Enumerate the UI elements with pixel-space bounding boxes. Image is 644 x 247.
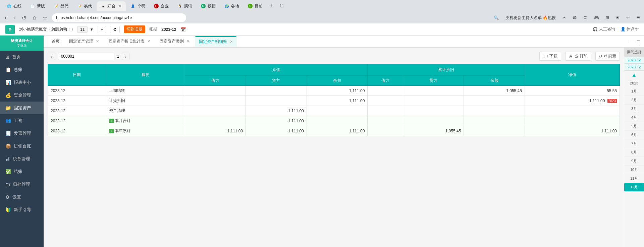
company-selector[interactable]: 刘小艳演示账套（勿删勿动！） 11 ▼ xyxy=(19,26,94,33)
row-orig-credit: 1,111.00 xyxy=(246,106,307,116)
sidebar-item-settle[interactable]: ✅ 结账 xyxy=(0,165,44,178)
subtotal-icon: + xyxy=(109,119,114,123)
calendar-icon[interactable]: 📅 xyxy=(180,27,186,32)
row-orig-credit: 1,111.00 xyxy=(246,126,307,136)
logo-sub: 专业版 xyxy=(3,43,41,48)
tab-yidai2[interactable]: 📝 易代 xyxy=(73,1,96,11)
settle-icon: ✅ xyxy=(5,169,11,174)
month-11[interactable]: 11月 xyxy=(624,174,644,183)
page-tabs: 首页 固定资产管理 ✕ 固定资产折旧统计表 ✕ 固定资产类别 ✕ 固定资产明细账… xyxy=(44,36,644,48)
tab-favicon: 📝 xyxy=(77,4,82,8)
tab-haokuai[interactable]: ☁ 好会 ✕ xyxy=(97,1,126,11)
minimize-tab-btn[interactable]: — xyxy=(630,39,635,44)
row-summary: 上期结转 xyxy=(106,86,185,96)
tab-tencent[interactable]: 🐧 腾讯 xyxy=(173,1,196,11)
menu-icon[interactable]: ☰ xyxy=(635,15,641,21)
sidebar-item-tax[interactable]: 🖨 税务管理 xyxy=(0,152,44,165)
tab-changjie[interactable]: M 畅捷 xyxy=(197,1,220,11)
sidebar-item-fixed[interactable]: 📁 固定资产 xyxy=(0,102,44,114)
tab-fixed-depreciation[interactable]: 固定资产折旧统计表 ✕ xyxy=(104,37,154,46)
user-btn[interactable]: 👤 徐译华 xyxy=(621,26,639,32)
sidebar-item-ledger[interactable]: 📋 总账 xyxy=(0,63,44,76)
month-10[interactable]: 10月 xyxy=(624,166,644,174)
help-btn[interactable]: 🎧 人工咨询 xyxy=(593,26,615,32)
sidebar-item-archive[interactable]: 🗃 归档管理 xyxy=(0,178,44,191)
table-row: 2023-12 + 本年累计 1,111.00 1,111.00 1,111.0… xyxy=(48,126,620,136)
month-12[interactable]: 12月 xyxy=(624,183,644,192)
tab-close-fixed-mgmt[interactable]: ✕ xyxy=(96,39,99,44)
tab-close-category[interactable]: ✕ xyxy=(186,39,190,44)
download-btn[interactable]: ↓ ↓ 下载 xyxy=(539,52,561,61)
translate-icon[interactable]: 译 xyxy=(571,14,578,21)
month-4[interactable]: 4月 xyxy=(624,113,644,122)
new-tab-button[interactable]: + xyxy=(267,3,276,10)
address-input[interactable] xyxy=(52,13,186,22)
tab-new[interactable]: 📄 新版 xyxy=(26,1,49,11)
switch-version-btn[interactable]: 切到旧版 xyxy=(124,25,145,33)
tab-close-depreciation[interactable]: ✕ xyxy=(147,39,150,44)
tab-home[interactable]: 首页 xyxy=(48,37,64,46)
month-1[interactable]: 1月 xyxy=(624,87,644,96)
settings-icon-btn[interactable]: ⚙ xyxy=(110,26,120,33)
tab-fixed-detail[interactable]: 固定资产明细账 ✕ xyxy=(195,36,237,47)
period-selected-start[interactable]: 2023.12 xyxy=(624,57,644,64)
sidebar-item-guide[interactable]: 🔰 新手引导 xyxy=(0,203,44,216)
tab-muqian[interactable]: S 目前 xyxy=(244,1,267,11)
refresh-button[interactable]: ↺ xyxy=(20,14,28,22)
table-row: 2023-12 计提折旧 1,111.00 1,111.00 xyxy=(48,96,620,106)
month-3[interactable]: 3月 xyxy=(624,105,644,113)
tab-close-icon[interactable]: ✕ xyxy=(119,4,122,8)
undo-icon[interactable]: ↩ xyxy=(625,15,631,21)
month-6[interactable]: 6月 xyxy=(624,131,644,139)
sidebar-item-invoice[interactable]: 🧾 发票管理 xyxy=(0,127,44,140)
prev-account-btn[interactable]: ‹ xyxy=(48,53,55,60)
header-original: 原值 xyxy=(185,64,368,76)
refresh-ledger-btn[interactable]: ↺ ↺ 刷新 xyxy=(595,52,620,61)
fixed-icon: 📁 xyxy=(5,105,11,111)
sidebar-item-settings[interactable]: ⚙ 设置 xyxy=(0,191,44,203)
next-account-btn[interactable]: › xyxy=(122,53,129,60)
sidebar-item-payroll[interactable]: 👥 工资 xyxy=(0,114,44,127)
tab-close-detail[interactable]: ✕ xyxy=(230,40,233,44)
grid-icon[interactable]: ⊞ xyxy=(604,15,610,21)
row-summary: 计提折旧 xyxy=(106,96,185,106)
row-accum-debit xyxy=(368,116,403,126)
table-row: 2023-12 资产清理 1,111.00 xyxy=(48,106,620,116)
maximize-tab-btn[interactable]: □ xyxy=(637,39,640,44)
print-btn[interactable]: 🖨 🖨 打印 xyxy=(565,52,591,61)
sidebar-item-report[interactable]: 📊 报表中心 xyxy=(0,76,44,89)
month-8[interactable]: 8月 xyxy=(624,148,644,157)
tab-fixed-category[interactable]: 固定资产类别 ✕ xyxy=(156,37,194,46)
sun-icon[interactable]: ☀ xyxy=(614,15,621,21)
tab-gedi[interactable]: 🌍 各地 xyxy=(220,1,243,11)
content-area: ‹ 1 › ↓ ↓ 下载 🖨 🖨 打印 xyxy=(44,48,644,247)
forward-button[interactable]: › xyxy=(11,14,17,21)
row-net: 1,111.00 2023 xyxy=(525,96,620,106)
bookmark-button[interactable]: ☆ xyxy=(41,14,49,22)
back-button[interactable]: ‹ xyxy=(3,14,8,21)
scroll-up-btn[interactable]: ▲ xyxy=(624,71,644,79)
sidebar-item-home[interactable]: ⊞ 首页 xyxy=(0,51,44,63)
row-summary: + 本年累计 xyxy=(106,126,185,136)
month-2[interactable]: 2月 xyxy=(624,96,644,105)
add-company-button[interactable]: + xyxy=(98,26,106,33)
tab-favicon: 📄 xyxy=(30,4,35,8)
cut-icon[interactable]: ✂ xyxy=(561,15,567,21)
period-selected-end[interactable]: 2023.12 xyxy=(624,64,644,71)
month-9[interactable]: 9月 xyxy=(624,157,644,166)
account-code-input[interactable] xyxy=(58,53,114,60)
game-icon[interactable]: 🎮 xyxy=(593,15,600,21)
sidebar-item-fund[interactable]: 💰 资金管理 xyxy=(0,89,44,102)
year-badge: 2023 xyxy=(607,99,617,103)
home-button[interactable]: ⌂ xyxy=(31,14,38,21)
tab-fixed-mgmt[interactable]: 固定资产管理 ✕ xyxy=(65,37,103,46)
tab-qiye[interactable]: C 企业 xyxy=(150,1,173,11)
sidebar-item-purchase[interactable]: 📦 进销台账 xyxy=(0,140,44,152)
shield-icon[interactable]: 🛡 xyxy=(582,15,589,21)
tab-yidai1[interactable]: 📝 易代 xyxy=(50,1,72,11)
month-5[interactable]: 5月 xyxy=(624,122,644,131)
month-7[interactable]: 7月 xyxy=(624,139,644,148)
tab-online[interactable]: 🌐 在线 xyxy=(3,1,25,11)
tab-geshui[interactable]: 👤 个税 xyxy=(126,1,149,11)
row-net xyxy=(525,116,620,126)
